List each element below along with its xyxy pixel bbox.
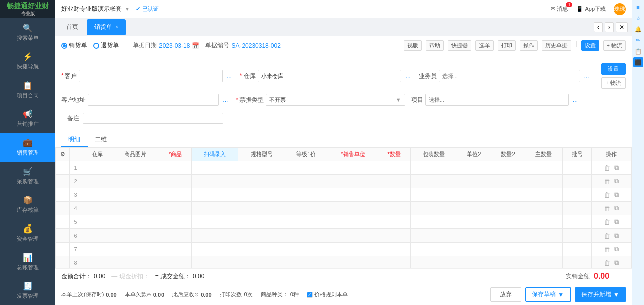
row-product[interactable]	[159, 215, 191, 229]
row-img[interactable]	[112, 229, 159, 243]
row-unit2[interactable]	[457, 202, 491, 215]
row-barcode[interactable]	[191, 161, 238, 175]
row-batch[interactable]	[562, 188, 591, 202]
row-delete-btn[interactable]: 🗑	[602, 231, 612, 240]
row-qty2[interactable]	[491, 175, 525, 188]
row-barcode[interactable]	[191, 202, 238, 215]
row-img[interactable]	[112, 243, 159, 256]
calendar-icon[interactable]: 📅	[192, 42, 199, 49]
tab-next-btn[interactable]: ›	[605, 22, 614, 32]
note-input[interactable]	[83, 113, 223, 124]
row-img[interactable]	[112, 161, 159, 175]
row-product[interactable]	[159, 161, 191, 175]
row-unit-sale[interactable]	[328, 229, 378, 243]
abandon-btn[interactable]: 放弃	[490, 287, 521, 302]
sidebar-item-ledger[interactable]: 📊 总账管理	[0, 248, 55, 276]
row-unit2[interactable]	[457, 188, 491, 202]
tab-prev-btn[interactable]: ‹	[594, 22, 603, 32]
col-qty[interactable]: *数量	[378, 148, 411, 161]
row-pkg-qty[interactable]	[411, 188, 457, 202]
row-warehouse[interactable]	[82, 175, 112, 188]
row-warehouse[interactable]	[82, 202, 112, 215]
warehouse-dots-btn[interactable]: ...	[404, 72, 413, 80]
row-copy-btn[interactable]: ⧉	[613, 190, 620, 199]
row-qty2[interactable]	[491, 256, 525, 269]
row-batch[interactable]	[562, 229, 591, 243]
row-qty[interactable]	[378, 243, 411, 256]
row-qty2[interactable]	[491, 243, 525, 256]
sidebar-item-sales[interactable]: 💼 销售管理	[0, 133, 55, 162]
col-price1[interactable]: 等级1价	[285, 148, 328, 161]
row-spec[interactable]	[238, 175, 285, 188]
row-product[interactable]	[159, 202, 191, 215]
save-draft-btn[interactable]: 保存草稿 ▼	[525, 287, 571, 302]
sidebar-item-search[interactable]: 🔍 搜索菜单	[0, 18, 55, 47]
row-unit-sale[interactable]	[328, 161, 378, 175]
help-btn[interactable]: 帮助	[426, 40, 444, 51]
sidebar-item-inventory[interactable]: 📦 库存核算	[0, 190, 55, 219]
row-delete-btn[interactable]: 🗑	[602, 204, 612, 213]
row-barcode[interactable]	[191, 243, 238, 256]
row-qty[interactable]	[378, 188, 411, 202]
tab-sale-order[interactable]: 销货单 ×	[87, 19, 126, 35]
row-spec[interactable]	[238, 215, 285, 229]
shortcut-btn[interactable]: 快捷键	[448, 40, 471, 51]
row-warehouse[interactable]	[82, 161, 112, 175]
row-spec[interactable]	[238, 256, 285, 269]
radio-sale[interactable]: 销货单	[61, 41, 87, 50]
row-unit-sale[interactable]	[328, 202, 378, 215]
row-copy-btn[interactable]: ⧉	[613, 245, 620, 254]
row-unit-sale[interactable]	[328, 256, 378, 269]
row-qty[interactable]	[378, 256, 411, 269]
address-dots-btn[interactable]: ...	[221, 96, 230, 103]
warehouse-select[interactable]: 小米仓库	[258, 70, 401, 82]
print-btn[interactable]: 打印	[498, 40, 516, 51]
row-batch[interactable]	[562, 215, 591, 229]
row-copy-btn[interactable]: ⧉	[613, 204, 620, 213]
right-btn-4[interactable]: ✏	[633, 35, 643, 45]
right-btn-5[interactable]: 📋	[633, 46, 643, 56]
row-qty[interactable]	[378, 161, 411, 175]
row-img[interactable]	[112, 215, 159, 229]
customer-dots-btn[interactable]: ...	[225, 72, 234, 80]
right-btn-1[interactable]: ≡	[633, 2, 643, 12]
row-qty[interactable]	[378, 229, 411, 243]
row-product[interactable]	[159, 229, 191, 243]
row-pkg-qty[interactable]	[411, 256, 457, 269]
row-warehouse[interactable]	[82, 188, 112, 202]
row-copy-btn[interactable]: ⧉	[613, 217, 620, 226]
operation-btn[interactable]: 操作	[520, 40, 538, 51]
tab-close-btn[interactable]: ✕	[616, 22, 628, 32]
col-barcode[interactable]: 扫码录入	[191, 148, 238, 161]
row-copy-btn[interactable]: ⧉	[613, 177, 620, 186]
row-copy-btn[interactable]: ⧉	[613, 163, 620, 172]
row-barcode[interactable]	[191, 215, 238, 229]
row-unit-sale[interactable]	[328, 243, 378, 256]
row-unit2[interactable]	[457, 256, 491, 269]
right-btn-6[interactable]: ⬛	[633, 57, 643, 67]
row-main-qty[interactable]	[525, 202, 562, 215]
row-barcode[interactable]	[191, 188, 238, 202]
customer-input[interactable]	[79, 70, 223, 82]
tab-2d[interactable]: 二维	[88, 133, 114, 147]
col-settings[interactable]: ⚙	[56, 148, 70, 161]
address-input[interactable]	[88, 94, 219, 106]
row-qty[interactable]	[378, 202, 411, 215]
col-unit2[interactable]: 单位2	[457, 148, 491, 161]
col-warehouse[interactable]: 仓库	[82, 148, 112, 161]
row-warehouse[interactable]	[82, 256, 112, 269]
col-product[interactable]: *商品	[159, 148, 191, 161]
row-img[interactable]	[112, 256, 159, 269]
col-main-qty[interactable]: 主数量	[525, 148, 562, 161]
history-btn[interactable]: 历史单据	[542, 40, 571, 51]
row-delete-btn[interactable]: 🗑	[602, 163, 612, 172]
row-unit-sale[interactable]	[328, 215, 378, 229]
save-new-btn[interactable]: 保存并新增 ▼	[575, 287, 626, 302]
row-batch[interactable]	[562, 161, 591, 175]
row-pkg-qty[interactable]	[411, 175, 457, 188]
row-price1[interactable]	[285, 161, 328, 175]
col-pkg-qty[interactable]: 包装数量	[411, 148, 457, 161]
row-qty[interactable]	[378, 215, 411, 229]
view-btn[interactable]: 视版	[404, 40, 422, 51]
invoice-select[interactable]: 不开票 ▼	[266, 94, 405, 106]
